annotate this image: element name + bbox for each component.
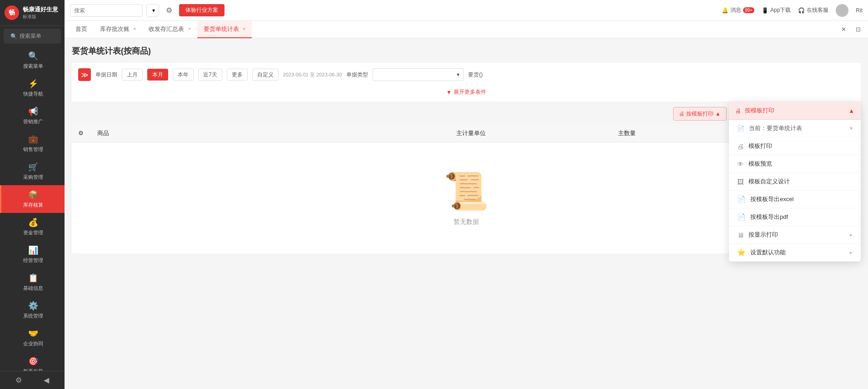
finance-label: 资金管理 (23, 229, 43, 236)
tab-order_stats[interactable]: 要货单统计表× (197, 21, 252, 38)
sidebar-item-basic[interactable]: 📋 基础信息 (0, 268, 65, 296)
sidebar-item-purchase[interactable]: 🛒 采购管理 (0, 157, 65, 185)
sidebar-item-finance[interactable]: 💰 资金管理 (0, 213, 65, 241)
user-name: Rit (856, 7, 863, 14)
template_print-label: 模板打印 (748, 142, 772, 150)
system-label: 系统管理 (23, 313, 43, 319)
close-window-btn[interactable]: ✕ (838, 24, 849, 35)
dropdown-item-export_excel[interactable]: 📄 按模板导出excel (729, 191, 861, 208)
dropdown-collapse-btn[interactable]: ▲ (848, 107, 854, 114)
date-prev-month-btn[interactable]: 上月 (122, 69, 143, 81)
date-current-year-btn[interactable]: 本年 (173, 69, 194, 81)
chevron-down-icon: ▾ (457, 71, 459, 78)
sidebar-item-system[interactable]: ⚙️ 系统管理 (0, 296, 65, 324)
sidebar: 畅 畅康通好生意 标准版 🔍 搜索菜单 🔍 搜索菜单 ⚡ 快捷导航 📢 营销推广… (0, 0, 65, 389)
date-more-btn[interactable]: 更多 (227, 69, 248, 81)
current-template-item[interactable]: 📄 当前：要货单统计表 ▾ (729, 120, 861, 137)
tab-close-collection[interactable]: × (188, 26, 190, 31)
col-unit: 主计量单位 (393, 129, 549, 137)
type-filter-label: 单据类型 (346, 71, 368, 79)
sidebar-item-search[interactable]: 🔍 搜索菜单 (0, 46, 65, 74)
dropdown-item-template_preview[interactable]: 👁 模板预览 (729, 155, 861, 173)
dropdown-item-display_print[interactable]: 🖥 按显示打印 ▸ (729, 226, 861, 244)
search-icon: 🔍 (10, 33, 17, 40)
default_func-label: 设置默认功能 (750, 248, 786, 257)
app-download-btn[interactable]: 📱 App下载 (762, 6, 791, 14)
sidebar-item-marketing[interactable]: 📢 营销推广 (0, 102, 65, 130)
trial-btn[interactable]: 体验行业方案 (179, 4, 224, 16)
search-menu-btn[interactable]: 🔍 搜索菜单 (4, 29, 61, 44)
sidebar-item-sales[interactable]: 💼 销售管理 (0, 130, 65, 157)
sales-icon: 💼 (28, 134, 38, 144)
col-product: 商品 (90, 129, 393, 137)
sidebar-item-shortcut[interactable]: ⚡ 快捷导航 (0, 74, 65, 102)
current-chevron: ▾ (850, 125, 853, 131)
tabs-bar: 首页库存批次账×收发存汇总表×要货单统计表× ✕ ⊡ (65, 21, 868, 38)
type-select[interactable]: ▾ (373, 68, 464, 81)
system-icon: ⚙️ (28, 301, 38, 311)
template-print-btn[interactable]: 🖨 按模板打印 ▲ (673, 107, 727, 121)
dropdown-header: 🖨 按模板打印 ▲ (729, 102, 861, 120)
tab-collection[interactable]: 收发存汇总表× (142, 21, 197, 38)
collapse-icon[interactable]: ◀ (44, 376, 49, 384)
collab-label: 企业协同 (23, 340, 43, 347)
sidebar-item-operation[interactable]: 📊 经营管理 (0, 241, 65, 268)
tab-label-home: 首页 (75, 25, 87, 33)
template-icon: 📄 (737, 125, 744, 132)
maximize-window-btn[interactable]: ⊡ (853, 24, 863, 35)
sales-label: 销售管理 (23, 146, 43, 153)
tab-batch[interactable]: 库存批次账× (94, 21, 142, 38)
dropdown-button[interactable]: ▾ (146, 4, 159, 17)
search-label: 搜索菜单 (23, 63, 43, 70)
date-current-month-btn[interactable]: 本月 (147, 69, 168, 81)
tab-close-batch[interactable]: × (133, 26, 136, 31)
search-input[interactable] (70, 4, 143, 17)
filter-section: ≫ 单据日期 上月 本月 本年 近7天 更多 自定义 2023-06-01 至 … (72, 63, 861, 101)
inventory-label: 库存核算 (23, 202, 43, 208)
date-7days-btn[interactable]: 近7天 (198, 69, 222, 81)
page-title: 要货单统计表(按商品) (72, 45, 861, 56)
collab-icon: 🤝 (28, 328, 38, 338)
headset-icon: 🎧 (798, 7, 805, 14)
sidebar-item-inventory[interactable]: 📦 库存核算 (0, 185, 65, 213)
page-content: 要货单统计表(按商品) ≫ 单据日期 上月 本月 本年 近7天 更多 自定义 2… (65, 38, 868, 389)
gear-button[interactable]: ⚙ (163, 4, 175, 17)
dropdown-item-template_print[interactable]: 🖨 模板打印 (729, 137, 861, 155)
tab-home[interactable]: 首页 (69, 21, 94, 38)
col-settings[interactable]: ⚙ (72, 130, 90, 136)
sidebar-item-guide[interactable]: 🎯 新手引导 (0, 352, 65, 371)
dropdown-item-export_pdf[interactable]: 📄 按模板导出pdf (729, 208, 861, 226)
chevron-down-icon: ▾ (152, 7, 155, 14)
online-service-btn[interactable]: 🎧 在线客服 (798, 6, 828, 14)
dropdown-item-left-display_print: 🖥 按显示打印 (737, 231, 778, 239)
date-range-text: 2023-06-01 至 2023-06-30 (283, 71, 342, 78)
empty-icon: 📜 (444, 170, 489, 212)
expand-icon: ▼ (446, 89, 452, 96)
col-quantity: 主数量 (549, 129, 705, 137)
bell-icon: 🔔 (722, 7, 728, 14)
avatar[interactable] (836, 4, 848, 17)
dropdown-item-default_func[interactable]: ⭐ 设置默认功能 ▸ (729, 244, 861, 262)
settings-icon[interactable]: ⚙ (15, 376, 22, 384)
window-controls: ✕ ⊡ (838, 24, 863, 35)
marketing-label: 营销推广 (23, 118, 43, 125)
shortcut-icon: ⚡ (28, 79, 38, 89)
search-icon: 🔍 (28, 51, 38, 61)
template_design-icon: 🖼 (737, 178, 744, 186)
printer-icon: 🖨 (679, 111, 684, 117)
tab-close-order_stats[interactable]: × (243, 26, 245, 31)
sidebar-item-collab[interactable]: 🤝 企业协同 (0, 324, 65, 352)
expand-more-btn[interactable]: ▼ 展开更多条件 (446, 88, 486, 96)
date-custom-btn[interactable]: 自定义 (252, 69, 279, 81)
dropdown-controls: ▲ (848, 107, 854, 114)
basic-label: 基础信息 (23, 285, 43, 292)
app-download-label: App下载 (770, 6, 791, 14)
template_preview-label: 模板预览 (748, 160, 772, 168)
display_print-icon: 🖥 (737, 231, 744, 239)
notifications-btn[interactable]: 🔔 消息 99+ (722, 6, 754, 14)
dropdown-item-template_design[interactable]: 🖼 模板自定义设计 (729, 173, 861, 191)
export_pdf-label: 按模板导出pdf (750, 213, 788, 221)
filter-expand-btn[interactable]: ≫ (78, 68, 91, 81)
sidebar-logo: 畅 畅康通好生意 标准版 (0, 0, 65, 26)
sidebar-footer: ⚙ ◀ (0, 371, 65, 389)
